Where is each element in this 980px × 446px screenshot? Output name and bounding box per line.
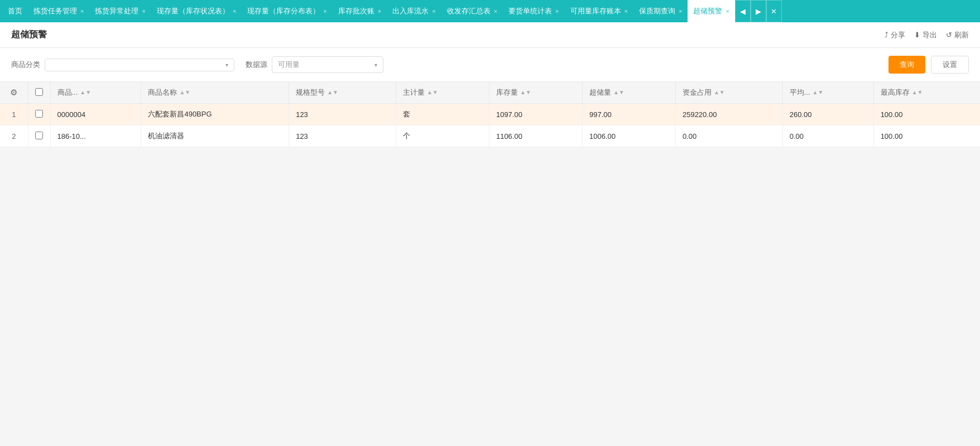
col-index: 2 — [0, 125, 28, 147]
export-icon: ⬇ — [914, 31, 920, 39]
nav-item-4[interactable]: 现存量（库存分布表） × — [242, 0, 332, 22]
close-icon[interactable]: × — [432, 8, 435, 14]
sort-icon: ▲▼ — [714, 90, 725, 95]
close-icon[interactable]: × — [80, 8, 84, 14]
filter-bar: 商品分类 ▾ 数据源 可用量 ▾ 查询 设置 — [0, 48, 980, 82]
select-all-checkbox[interactable] — [35, 88, 43, 96]
sort-icon: ▲▼ — [912, 90, 923, 95]
close-icon[interactable]: × — [555, 8, 559, 14]
close-icon[interactable]: × — [679, 8, 682, 14]
share-button[interactable]: ⤴ 分享 — [885, 30, 905, 40]
row-checkbox[interactable] — [35, 110, 43, 118]
category-label: 商品分类 — [11, 60, 40, 70]
nav-item-9[interactable]: 可用量库存账本 × — [565, 0, 633, 22]
share-icon: ⤴ — [885, 31, 888, 39]
th-gear: ⚙ — [0, 82, 28, 104]
close-icon[interactable]: × — [233, 8, 236, 14]
gear-icon[interactable]: ⚙ — [10, 88, 17, 97]
th-avg[interactable]: 平均... ▲▼ — [782, 82, 873, 104]
col-max-stock: 100.00 — [873, 104, 980, 125]
datasource-label: 数据源 — [246, 60, 267, 70]
nav-item-5[interactable]: 库存批次账 × — [333, 0, 387, 22]
col-avg: 0.00 — [782, 125, 873, 147]
sort-icon: ▲▼ — [520, 90, 531, 95]
th-product-name[interactable]: 商品名称 ▲▼ — [141, 82, 289, 104]
category-filter: 商品分类 ▾ — [11, 59, 234, 71]
col-spec: 123 — [289, 125, 396, 147]
sort-icon: ▲▼ — [613, 90, 624, 95]
nav-item-11-active[interactable]: 超储预警 × — [688, 0, 734, 22]
nav-item-1[interactable]: 拣货任务管理 × — [28, 0, 89, 22]
sort-icon: ▲▼ — [179, 90, 190, 95]
filter-buttons: 查询 设置 — [888, 56, 969, 74]
col-index: 1 — [0, 104, 28, 125]
page-title: 超储预警 — [11, 29, 47, 41]
th-unit[interactable]: 主计量 ▲▼ — [396, 82, 489, 104]
col-unit: 套 — [396, 104, 489, 125]
top-navigation: 首页 拣货任务管理 × 拣货异常处理 × 现存量（库存状况表） × 现存量（库存… — [0, 0, 980, 22]
data-table-container: ⚙ 商品... ▲▼ 商品名称 ▲▼ — [0, 82, 980, 147]
datasource-value: 可用量 — [278, 60, 300, 70]
col-stock: 1106.00 — [489, 125, 582, 147]
sort-icon: ▲▼ — [427, 90, 438, 95]
nav-item-7[interactable]: 收发存汇总表 × — [441, 0, 503, 22]
datasource-select[interactable]: 可用量 ▾ — [272, 56, 383, 73]
table-body: 10000004六配套新昌490BPG123套1097.00997.002592… — [0, 104, 980, 147]
nav-item-10[interactable]: 保质期查询 × — [633, 0, 688, 22]
close-icon[interactable]: × — [142, 8, 145, 14]
col-capital: 259220.00 — [675, 104, 782, 125]
col-product-name: 机油滤清器 — [141, 125, 289, 147]
nav-arrow-left[interactable]: ◀ — [735, 0, 751, 22]
nav-item-3[interactable]: 现存量（库存状况表） × — [151, 0, 242, 22]
th-checkbox — [28, 82, 50, 104]
col-product-code: 0000004 — [50, 104, 141, 125]
nav-item-6[interactable]: 出入库流水 × — [387, 0, 441, 22]
datasource-filter: 数据源 可用量 ▾ — [246, 56, 383, 73]
nav-arrow-right[interactable]: ▶ — [751, 0, 766, 22]
col-over-stock: 1006.00 — [582, 125, 675, 147]
header-actions: ⤴ 分享 ⬇ 导出 ↺ 刷新 — [885, 30, 969, 40]
col-checkbox[interactable] — [28, 104, 50, 125]
col-unit: 个 — [396, 125, 489, 147]
table-row: 10000004六配套新昌490BPG123套1097.00997.002592… — [0, 104, 980, 125]
export-button[interactable]: ⬇ 导出 — [914, 30, 937, 40]
refresh-icon: ↺ — [946, 31, 952, 39]
sort-icon: ▲▼ — [813, 90, 824, 95]
th-spec[interactable]: 规格型号 ▲▼ — [289, 82, 396, 104]
th-max-stock[interactable]: 最高库存 ▲▼ — [873, 82, 980, 104]
nav-item-2[interactable]: 拣货异常处理 × — [89, 0, 151, 22]
th-over-stock[interactable]: 超储量 ▲▼ — [582, 82, 675, 104]
nav-item-8[interactable]: 要货单统计表 × — [503, 0, 564, 22]
refresh-button[interactable]: ↺ 刷新 — [946, 30, 969, 40]
th-capital[interactable]: 资金占用 ▲▼ — [675, 82, 782, 104]
settings-button[interactable]: 设置 — [931, 56, 969, 74]
col-product-name: 六配套新昌490BPG — [141, 104, 289, 125]
close-icon[interactable]: × — [494, 8, 497, 14]
th-stock[interactable]: 库存量 ▲▼ — [489, 82, 582, 104]
table-header-row: ⚙ 商品... ▲▼ 商品名称 ▲▼ — [0, 82, 980, 104]
nav-item-home[interactable]: 首页 — [2, 0, 28, 22]
col-stock: 1097.00 — [489, 104, 582, 125]
close-icon[interactable]: × — [323, 8, 326, 14]
col-max-stock: 100.00 — [873, 125, 980, 147]
query-button[interactable]: 查询 — [888, 56, 925, 74]
chevron-down-icon: ▾ — [374, 62, 377, 68]
close-icon[interactable]: × — [726, 8, 729, 14]
col-over-stock: 997.00 — [582, 104, 675, 125]
th-product-code[interactable]: 商品... ▲▼ — [50, 82, 141, 104]
row-checkbox[interactable] — [35, 132, 43, 139]
col-spec: 123 — [289, 104, 396, 125]
close-icon[interactable]: × — [378, 8, 381, 14]
table-row: 2186-10...机油滤清器123个1106.001006.000.000.0… — [0, 125, 980, 147]
sort-icon: ▲▼ — [80, 90, 91, 95]
chevron-down-icon: ▾ — [225, 62, 228, 68]
sort-icon: ▲▼ — [327, 90, 338, 95]
col-checkbox[interactable] — [28, 125, 50, 147]
col-avg: 260.00 — [782, 104, 873, 125]
nav-arrow-close[interactable]: ✕ — [766, 0, 782, 22]
col-product-code: 186-10... — [50, 125, 141, 147]
data-table: ⚙ 商品... ▲▼ 商品名称 ▲▼ — [0, 82, 980, 147]
category-select[interactable]: ▾ — [45, 59, 234, 71]
col-capital: 0.00 — [675, 125, 782, 147]
close-icon[interactable]: × — [624, 8, 628, 14]
